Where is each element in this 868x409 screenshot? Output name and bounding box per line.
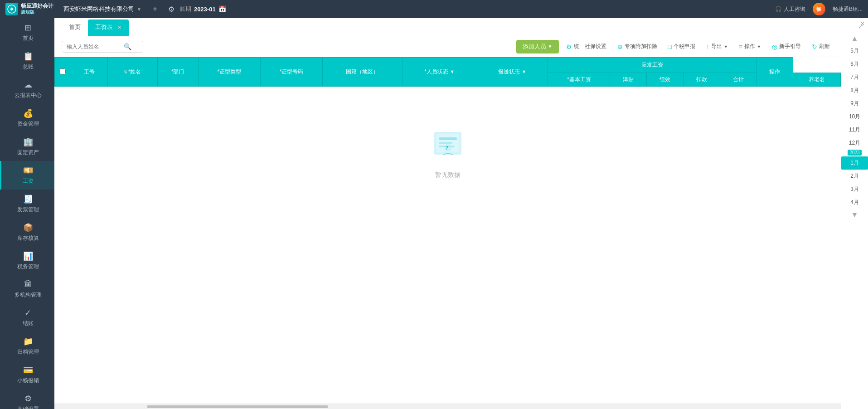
- month-item-9[interactable]: 9月: [841, 97, 868, 110]
- col-performance: 绩效: [647, 73, 684, 87]
- export-btn[interactable]: ↑ 导出 ▼: [703, 41, 732, 52]
- sidebar-item-label: 归档管理: [17, 348, 39, 356]
- home-icon: ⊞: [24, 23, 31, 33]
- month-item-7[interactable]: 7月: [841, 71, 868, 84]
- add-company-btn[interactable]: +: [149, 3, 161, 15]
- col-empno: 工号: [71, 58, 108, 87]
- month-item-8[interactable]: 8月: [841, 84, 868, 97]
- sidebar-item-label: 固定资产: [17, 149, 39, 156]
- refresh-btn[interactable]: ↻ 刷新: [808, 41, 834, 52]
- sidebar-item-inventory[interactable]: 📦 库存核算: [0, 218, 54, 247]
- sidebar: ⊞ 首页 📋 总账 ☁ 云报表中心 💰 资金管理 🏢 固定资产 💴 工资 🧾 发…: [0, 18, 54, 409]
- social-security-btn[interactable]: ⚙ 统一社保设置: [563, 41, 610, 52]
- filter-person-icon[interactable]: ▼: [450, 69, 455, 74]
- month-item-6[interactable]: 6月: [841, 58, 868, 71]
- company-selector[interactable]: 西安虾米网络科技有限公司 ▼: [60, 3, 145, 15]
- month-item-1[interactable]: 1月: [841, 156, 868, 170]
- sidebar-item-invoice[interactable]: 🧾 发票管理: [0, 190, 54, 218]
- add-person-btn[interactable]: 添加人员 ▼: [516, 40, 559, 54]
- payroll-icon: 💴: [23, 166, 33, 175]
- month-scroll-up[interactable]: ▲: [841, 33, 868, 44]
- toolbar-right: 添加人员 ▼ ⚙ 统一社保设置 ⊕ 专项附加扣除 □ 个税申报 ↑: [516, 40, 834, 54]
- tab-home[interactable]: 首页: [62, 19, 88, 36]
- special-deduct-label: 专项附加扣除: [625, 43, 657, 50]
- month-item-2[interactable]: 2月: [841, 170, 868, 183]
- archive-icon: 📁: [23, 336, 33, 346]
- month-panel: ✕ ⤢ ▲ 5月 6月 7月 8月 9月 10月 11月 12月 2023 1月…: [841, 18, 868, 409]
- month-item-3[interactable]: 3月: [841, 183, 868, 196]
- calendar-icon[interactable]: 📅: [218, 5, 226, 13]
- sidebar-item-multi-org[interactable]: 🏛 多机构管理: [0, 275, 54, 303]
- newbie-label: 新手引导: [779, 43, 801, 50]
- period-label: 账期: [179, 5, 191, 13]
- sidebar-item-home[interactable]: ⊞ 首页: [0, 18, 54, 47]
- period-area: 账期 2023-01 📅: [179, 5, 226, 13]
- refresh-icon: ↻: [812, 43, 817, 50]
- col-checkbox: [55, 58, 71, 87]
- operation-chevron-icon: ▼: [757, 44, 761, 49]
- special-deduct-btn[interactable]: ⊕ 专项附加扣除: [614, 41, 661, 52]
- col-cert-no: *证型号码: [260, 58, 322, 87]
- sidebar-item-label: 税务管理: [17, 263, 39, 271]
- header-right: 🎧 人工咨询 畅 畅捷通B组...: [775, 3, 863, 15]
- col-name: ⇅*姓名: [107, 58, 157, 87]
- sidebar-item-ledger[interactable]: 📋 总账: [0, 47, 54, 75]
- month-item-4[interactable]: 4月: [841, 196, 868, 209]
- col-cert-type: *证型类型: [198, 58, 260, 87]
- sidebar-item-label: 小畅报销: [17, 377, 39, 385]
- col-allowance: 津贴: [610, 73, 647, 87]
- month-item-12[interactable]: 12月: [841, 136, 868, 150]
- expense-icon: 💳: [23, 365, 33, 375]
- ledger-icon: 📋: [23, 51, 33, 61]
- toolbar: 🔍 添加人员 ▼ ⚙ 统一社保设置 ⊕ 专项附加扣除 □ 个税申报: [54, 36, 841, 57]
- sidebar-item-label: 结账: [23, 320, 34, 327]
- scroll-thumb[interactable]: [147, 405, 328, 408]
- month-item-11[interactable]: 11月: [841, 123, 868, 136]
- sidebar-item-tax[interactable]: 📊 税务管理: [0, 247, 54, 275]
- operation-icon: ≡: [739, 43, 742, 50]
- col-deduction: 扣款: [684, 73, 720, 87]
- sidebar-item-fixed-assets[interactable]: 🏢 固定资产: [0, 132, 54, 161]
- company-chevron-icon: ▼: [137, 7, 141, 12]
- inventory-icon: 📦: [23, 223, 33, 233]
- month-item-10[interactable]: 10月: [841, 110, 868, 123]
- panel-close-btn[interactable]: ✕: [857, 18, 868, 29]
- personal-tax-btn[interactable]: □ 个税申报: [664, 41, 699, 52]
- col-base-salary: *基本工资: [548, 73, 610, 87]
- sidebar-item-fund[interactable]: 💰 资金管理: [0, 104, 54, 132]
- sidebar-item-settings[interactable]: ⚙ 基础设置: [0, 389, 54, 409]
- tab-bar: 首页 工资表 ✕: [54, 18, 841, 36]
- month-item-5[interactable]: 5月: [841, 44, 868, 58]
- sidebar-item-cloud-report[interactable]: ☁ 云报表中心: [0, 75, 54, 104]
- filter-report-icon[interactable]: ▼: [522, 69, 527, 74]
- operation-btn[interactable]: ≡ 操作 ▼: [735, 41, 765, 52]
- tab-close-icon[interactable]: ✕: [117, 24, 121, 30]
- search-wrap: 🔍: [62, 41, 143, 53]
- svg-text:?: ?: [446, 146, 448, 151]
- select-all-checkbox[interactable]: [60, 68, 66, 74]
- tab-payroll-table[interactable]: 工资表 ✕: [88, 19, 129, 36]
- add-person-chevron-icon: ▼: [548, 44, 553, 49]
- special-deduct-icon: ⊕: [617, 43, 623, 50]
- col-payroll-group: 应发工资: [548, 58, 757, 73]
- sidebar-item-close-period[interactable]: ✓ 结账: [0, 303, 54, 332]
- newbie-guide-btn[interactable]: ◎ 新手引导: [768, 41, 805, 52]
- sidebar-item-expense[interactable]: 💳 小畅报销: [0, 360, 54, 389]
- year-2023-label: 2023: [841, 150, 868, 156]
- header-actions: + ⚙: [149, 3, 178, 15]
- export-chevron-icon: ▼: [724, 44, 728, 49]
- invoice-icon: 🧾: [23, 194, 33, 204]
- month-scroll-down[interactable]: ▼: [841, 209, 868, 221]
- sidebar-item-payroll[interactable]: 💴 工资: [0, 161, 54, 190]
- company-name: 西安虾米网络科技有限公司: [63, 5, 134, 13]
- user-avatar[interactable]: 畅: [813, 3, 825, 15]
- service-btn[interactable]: 🎧 人工咨询: [775, 5, 805, 13]
- tax-icon: 📊: [23, 251, 33, 261]
- search-input[interactable]: [67, 44, 121, 50]
- settings-btn[interactable]: ⚙: [165, 3, 178, 15]
- sidebar-item-label: 云报表中心: [15, 92, 42, 99]
- content-area: 首页 工资表 ✕ 🔍 添加人员 ▼ ⚙ 统一社保设置: [54, 18, 841, 409]
- col-total: 合计: [720, 73, 756, 87]
- sidebar-item-archive[interactable]: 📁 归档管理: [0, 332, 54, 360]
- operation-label: 操作: [744, 43, 755, 50]
